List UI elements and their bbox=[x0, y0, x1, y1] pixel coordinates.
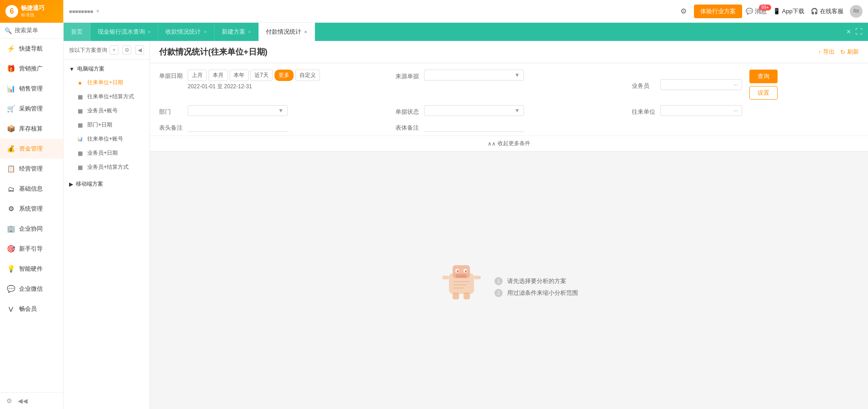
sidebar-item-operations[interactable]: 📋 经营管理 bbox=[0, 159, 63, 179]
date-buttons: 上月 本月 本年 近7天 更多 自定义 bbox=[188, 70, 320, 81]
scheme-item-unit-payment[interactable]: ▦ 往来单位+结算方式 bbox=[64, 90, 150, 104]
svg-rect-10 bbox=[464, 293, 470, 299]
sidebar-item-quick-nav[interactable]: ⚡ 快捷导航 bbox=[0, 39, 63, 59]
export-btn[interactable]: ↑ 导出 bbox=[818, 48, 835, 56]
sidebar-item-inventory[interactable]: 📦 库存核算 bbox=[0, 119, 63, 139]
body-note-label: 表体备注 bbox=[395, 124, 420, 132]
sidebar-item-sales[interactable]: 📊 销售管理 bbox=[0, 79, 63, 99]
maximize-btn[interactable]: ⛶ bbox=[855, 28, 863, 36]
nav-icon-system: ⚙ bbox=[6, 204, 15, 213]
mobile-group-title[interactable]: ▶ 移动端方案 bbox=[64, 177, 150, 191]
nav-icon-funds: 💰 bbox=[6, 144, 15, 153]
salesperson-label: 业务员 bbox=[632, 82, 657, 90]
date-btn-this-year[interactable]: 本年 bbox=[229, 70, 249, 81]
date-btn-more[interactable]: 更多 bbox=[274, 70, 294, 81]
date-btn-7days[interactable]: 近7天 bbox=[250, 70, 273, 81]
trial-industry-btn[interactable]: 体验行业方案 bbox=[694, 5, 742, 18]
sidebar-item-basic[interactable]: 🗂 基础信息 bbox=[0, 179, 63, 199]
tab-bank[interactable]: 现金银行流水查询 × bbox=[90, 23, 158, 41]
collapse-sidebar-btn[interactable]: ◀◀ bbox=[18, 397, 28, 404]
tab-receivable-close[interactable]: × bbox=[204, 29, 206, 35]
date-btn-last-month[interactable]: 上月 bbox=[188, 70, 207, 81]
sidebar-item-newguide[interactable]: 🎯 新手引导 bbox=[0, 239, 63, 259]
collapse-more-btn[interactable]: ∧∧ 收起更多条件 bbox=[150, 136, 868, 151]
main-content: 1 请先选择要分析的方案 2 用过滤条件来缩小分析范围 bbox=[150, 151, 868, 409]
topbar-right: 💬 消息 99+ 📱 App下载 🎧 在线客服 Rit bbox=[746, 5, 863, 18]
sidebar-footer: ⚙ ◀◀ bbox=[0, 392, 63, 409]
scheme-item-unit-date[interactable]: ● 往来单位+日期 bbox=[64, 76, 150, 90]
breadcrumb: ■■■■■■■■ ▼ bbox=[69, 8, 677, 15]
close-all-btn[interactable]: × bbox=[847, 28, 851, 36]
logo-icon: 6 bbox=[5, 5, 18, 18]
tab-bank-label: 现金银行流水查询 bbox=[98, 28, 145, 36]
date-btn-custom[interactable]: 自定义 bbox=[295, 70, 320, 81]
tab-home[interactable]: 首页 bbox=[64, 23, 90, 41]
topbar-app-btn[interactable]: 📱 App下载 bbox=[773, 7, 804, 15]
refresh-btn[interactable]: ↻ 刷新 bbox=[840, 48, 859, 56]
query-btn[interactable]: 查询 bbox=[749, 70, 778, 83]
date-btn-this-month[interactable]: 本月 bbox=[209, 70, 228, 81]
sidebar-item-system[interactable]: ⚙ 系统管理 bbox=[0, 199, 63, 219]
sidebar-logo: 6 畅捷通巧 标准版 bbox=[0, 0, 63, 23]
source-select[interactable]: ▼ bbox=[424, 70, 524, 81]
topbar-gear-btn[interactable]: ⚙ bbox=[680, 7, 687, 15]
date-label: 单据日期 bbox=[159, 72, 184, 80]
sidebar-item-purchase[interactable]: 🛒 采购管理 bbox=[0, 99, 63, 119]
main-area: ■■■■■■■■ ▼ ⚙ 体验行业方案 💬 消息 99+ 📱 App下载 🎧 在… bbox=[64, 0, 868, 409]
export-icon: ↑ bbox=[818, 49, 822, 56]
tab-new-scheme-close[interactable]: × bbox=[248, 29, 251, 35]
tab-receivable-label: 收款情况统计 bbox=[165, 28, 201, 36]
sidebar-item-wechat[interactable]: 💬 企业微信 bbox=[0, 279, 63, 299]
empty-illustration bbox=[440, 260, 485, 301]
partner-dots: ··· bbox=[733, 107, 738, 114]
nav-icon-marketing: 🎁 bbox=[6, 64, 15, 73]
tab-new-scheme[interactable]: 新建方案 × bbox=[215, 23, 259, 41]
desktop-group-title[interactable]: ▼ 电脑端方案 bbox=[64, 62, 150, 76]
tab-bank-close[interactable]: × bbox=[148, 29, 150, 35]
topbar-msg-btn[interactable]: 💬 消息 99+ bbox=[746, 7, 767, 15]
status-select[interactable]: ▼ bbox=[424, 105, 524, 116]
partner-select[interactable]: ··· bbox=[660, 105, 742, 116]
avatar[interactable]: Rit bbox=[850, 5, 863, 18]
sidebar: 6 畅捷通巧 标准版 🔍 搜索菜单 ⚡ 快捷导航 🎁 营销推广 📊 销售管理 🛒… bbox=[0, 0, 64, 409]
scheme-item-staff-account[interactable]: ▦ 业务员+账号 bbox=[64, 104, 150, 118]
dept-select[interactable]: ▼ bbox=[188, 105, 288, 116]
filter-area: 单据日期 上月 本月 本年 近7天 更多 自定义 2022- bbox=[150, 63, 868, 151]
topbar-actions: ⚙ 体验行业方案 bbox=[680, 5, 742, 18]
header-note-input[interactable] bbox=[188, 121, 288, 132]
empty-hints: 1 请先选择要分析的方案 2 用过滤条件来缩小分析范围 bbox=[494, 277, 578, 301]
sidebar-item-funds[interactable]: 💰 资金管理 bbox=[0, 139, 63, 159]
body-note-input[interactable] bbox=[424, 121, 524, 132]
collapse-panel-btn[interactable]: ◀ bbox=[135, 45, 144, 55]
salesperson-arrow: ··· bbox=[733, 81, 738, 88]
settings-footer-btn[interactable]: ⚙ bbox=[6, 397, 12, 404]
page-title: 付款情况统计(往来单位+日期) bbox=[159, 46, 268, 57]
scheme-settings-btn[interactable]: ⚙ bbox=[122, 45, 131, 55]
nav-icon-inventory: 📦 bbox=[6, 124, 15, 133]
sidebar-search[interactable]: 🔍 搜索菜单 bbox=[0, 23, 63, 39]
tab-payment-close[interactable]: × bbox=[304, 29, 307, 35]
salesperson-select[interactable]: ··· bbox=[660, 79, 742, 90]
tab-receivable[interactable]: 收款情况统计 × bbox=[158, 23, 214, 41]
scheme-item-staff-payment[interactable]: ▦ 业务员+结算方式 bbox=[64, 160, 150, 174]
scheme-item-staff-date[interactable]: ▦ 业务员+日期 bbox=[64, 146, 150, 160]
tabbar: 首页 现金银行流水查询 × 收款情况统计 × 新建方案 × 付款情况统计 × ×… bbox=[64, 23, 868, 41]
sidebar-item-enterprise[interactable]: 🏢 企业协同 bbox=[0, 219, 63, 239]
filter-settings-btn[interactable]: 设置 bbox=[749, 86, 778, 100]
sidebar-item-marketing[interactable]: 🎁 营销推广 bbox=[0, 59, 63, 79]
page-header: 付款情况统计(往来单位+日期) ↑ 导出 ↻ 刷新 bbox=[150, 41, 868, 63]
topbar-service-btn[interactable]: 🎧 在线客服 bbox=[811, 7, 843, 15]
svg-point-5 bbox=[465, 270, 467, 272]
app-icon: 📱 bbox=[773, 8, 780, 15]
sidebar-nav: ⚡ 快捷导航 🎁 营销推广 📊 销售管理 🛒 采购管理 📦 库存核算 💰 资金管… bbox=[0, 39, 63, 392]
topbar: ■■■■■■■■ ▼ ⚙ 体验行业方案 💬 消息 99+ 📱 App下载 🎧 在… bbox=[64, 0, 868, 23]
sidebar-item-smart[interactable]: 💡 智能硬件 bbox=[0, 259, 63, 279]
add-scheme-btn[interactable]: + bbox=[110, 45, 119, 55]
scheme-item-unit-account[interactable]: 📊 往来单位+账号 bbox=[64, 132, 150, 146]
tabbar-controls: × ⛶ bbox=[841, 28, 868, 36]
nav-icon-wechat: 💬 bbox=[6, 284, 15, 293]
scheme-item-dept-date[interactable]: ▦ 部门+日期 bbox=[64, 118, 150, 132]
tab-payment[interactable]: 付款情况统计 × bbox=[259, 23, 314, 41]
sidebar-item-member[interactable]: V 畅会员 bbox=[0, 299, 63, 319]
status-label: 单据状态 bbox=[395, 108, 420, 116]
